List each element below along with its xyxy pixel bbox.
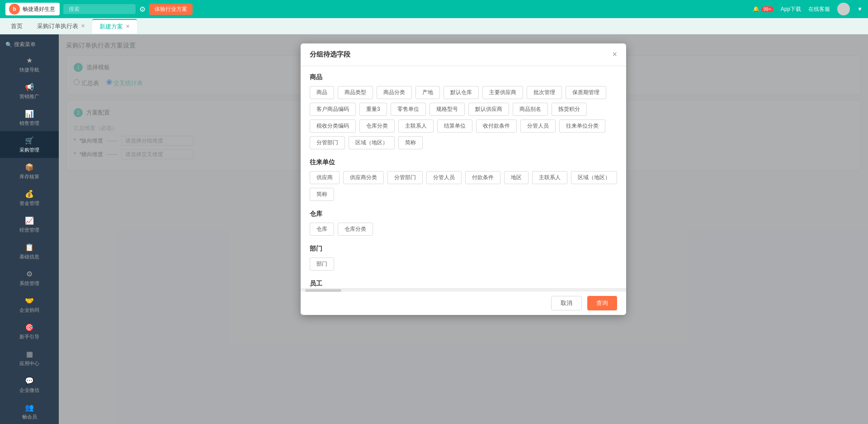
section-dept-title: 部门 [310,245,617,253]
field-tag-customer-code[interactable]: 客户商品编码 [310,103,356,116]
online-service-link[interactable]: 在线客服 [808,5,830,13]
section-product-title: 商品 [310,73,617,81]
sidebar-search[interactable]: 🔍 搜索菜单 [0,38,59,51]
top-navigation: b 畅捷通好生意 ⚙ 体验行业方案 🔔 99+ App下载 在线客服 ▼ [0,0,868,18]
field-tag-product-category[interactable]: 商品分类 [377,86,412,99]
corp-collab-icon: 🤝 [25,296,34,305]
field-tag-trade-unit-category[interactable]: 往来单位分类 [559,119,605,133]
field-tag-region-trade[interactable]: 区域（地区） [571,171,617,184]
modal-footer: 取消 查询 [301,291,626,315]
field-tag-supplier-category[interactable]: 供应商分类 [343,171,384,184]
field-tag-short-name[interactable]: 简称 [398,136,423,149]
trade-unit-field-tags: 供应商 供应商分类 分管部门 分管人员 付款条件 地区 主联系人 区域（地区） … [310,171,617,201]
top-nav-right: 🔔 99+ App下载 在线客服 ▼ [753,3,863,15]
field-tag-warehouse[interactable]: 仓库 [310,223,334,236]
field-tag-person[interactable]: 分管人员 [426,171,462,184]
field-tag-product-type[interactable]: 商品类型 [338,86,373,99]
field-tag-spec-model[interactable]: 规格型号 [429,103,465,116]
field-tag-default-warehouse[interactable]: 默认仓库 [443,86,479,99]
experience-button[interactable]: 体验行业方案 [149,4,193,15]
tab-purchase-order[interactable]: 采购订单执行表 ✕ [30,19,92,33]
field-tag-retail-unit[interactable]: 零售单位 [391,103,426,116]
modal-close-button[interactable]: × [612,50,617,59]
confirm-button[interactable]: 查询 [587,296,617,310]
app-download-link[interactable]: App下载 [781,5,801,13]
tab-close-purchase[interactable]: ✕ [81,23,85,29]
sidebar-item-wechat[interactable]: 💬 企业微信 [0,372,59,398]
field-tag-shelf-life[interactable]: 保质期管理 [566,86,606,99]
sidebar-item-inventory[interactable]: 📦 库存核算 [0,158,59,185]
tab-close-new-plan[interactable]: ✕ [126,24,130,29]
field-tag-settlement-unit[interactable]: 结算单位 [437,119,472,133]
search-icon: 🔍 [5,42,12,48]
field-tag-payment-condition[interactable]: 付款条件 [465,171,500,184]
sidebar-item-marketing[interactable]: 📢 营销推广 [0,78,59,105]
field-tag-default-supplier[interactable]: 默认供应商 [468,103,509,116]
main-content: 采购订单执行表方案设置 1 选择模板 汇总表 交叉统计表 2 [59,34,868,424]
modal-overlay: 分组待选字段 × 商品 商品 商品类型 商品分类 产地 默认仓库 主要供应商 [59,34,868,424]
sidebar-item-sales[interactable]: 📊 销售管理 [0,105,59,131]
field-tag-weight3[interactable]: 重量3 [359,103,387,116]
field-tag-payment-terms[interactable]: 收付款条件 [476,119,517,133]
field-tag-supervising-dept[interactable]: 分管部门 [310,136,345,149]
field-tag-supplier[interactable]: 供应商 [310,171,340,184]
logo-text: 畅捷通好生意 [23,5,55,13]
app-center-icon: ▦ [25,349,34,358]
modal-horizontal-scrollbar[interactable] [301,288,626,291]
marketing-icon: 📢 [25,82,34,91]
top-search-input[interactable] [63,4,136,14]
avatar[interactable] [837,3,850,15]
modal-title: 分组待选字段 [310,50,350,59]
sidebar-item-basic-info[interactable]: 📋 基础信息 [0,238,59,265]
field-tag-supervising-person[interactable]: 分管人员 [520,119,556,133]
field-tag-batch-mgmt[interactable]: 批次管理 [527,86,562,99]
sidebar-item-corp-collab[interactable]: 🤝 企业协同 [0,291,59,318]
sidebar-item-purchase[interactable]: 🛒 采购管理 [0,131,59,158]
field-tag-product[interactable]: 商品 [310,86,334,99]
field-tag-pick-points[interactable]: 拣货积分 [552,103,587,116]
dept-field-tags: 部门 [310,257,617,271]
field-tag-origin[interactable]: 产地 [415,86,440,99]
modal-scroll-thumb [305,289,341,292]
field-tag-product-alias[interactable]: 商品别名 [513,103,548,116]
tab-new-plan[interactable]: 新建方案 ✕ [92,19,137,33]
field-tag-dept[interactable]: 分管部门 [387,171,423,184]
sidebar-item-member[interactable]: 👥 畅会员 [0,398,59,424]
notification-badge: 99+ [761,6,774,12]
sidebar-item-operations[interactable]: 📈 经营管理 [0,211,59,238]
notification-bell[interactable]: 🔔 99+ [753,6,773,12]
field-select-modal: 分组待选字段 × 商品 商品 商品类型 商品分类 产地 默认仓库 主要供应商 [301,43,626,315]
warehouse-field-tags: 仓库 仓库分类 [310,223,617,236]
purchase-icon: 🛒 [25,136,34,145]
sidebar: 🔍 搜索菜单 ★ 快捷导航 📢 营销推广 📊 销售管理 🛒 采购管理 📦 库存核… [0,34,59,424]
field-tag-department[interactable]: 部门 [310,257,334,271]
field-tag-main-supplier[interactable]: 主要供应商 [482,86,523,99]
field-tag-abbr[interactable]: 简称 [310,188,334,201]
sidebar-item-finance[interactable]: 💰 资金管理 [0,185,59,211]
main-layout: 🔍 搜索菜单 ★ 快捷导航 📢 营销推广 📊 销售管理 🛒 采购管理 📦 库存核… [0,34,868,424]
wechat-icon: 💬 [25,376,34,385]
finance-icon: 💰 [25,189,34,198]
sidebar-item-system[interactable]: ⚙ 系统管理 [0,265,59,291]
field-tag-main-contact[interactable]: 主联系人 [398,119,434,133]
sidebar-item-guide[interactable]: 🎯 新手引导 [0,318,59,345]
gear-button[interactable]: ⚙ [139,5,146,14]
modal-header: 分组待选字段 × [301,43,626,66]
modal-body[interactable]: 商品 商品 商品类型 商品分类 产地 默认仓库 主要供应商 批次管理 保质期管理… [301,66,626,288]
sidebar-item-quick-nav[interactable]: ★ 快捷导航 [0,51,59,78]
field-tag-contact[interactable]: 主联系人 [532,171,567,184]
basic-info-icon: 📋 [25,243,34,252]
field-tag-district[interactable]: 地区 [504,171,528,184]
member-icon: 👥 [25,403,34,412]
field-tag-region[interactable]: 区域（地区） [349,136,395,149]
field-tag-warehouse-cat[interactable]: 仓库分类 [338,223,373,236]
field-tag-tax-code[interactable]: 税收分类编码 [310,119,356,133]
section-employee-title: 员工 [310,280,617,288]
field-tag-warehouse-category[interactable]: 仓库分类 [359,119,395,133]
tab-home[interactable]: 首页 [4,19,30,33]
section-warehouse: 仓库 仓库 仓库分类 [310,210,617,236]
top-nav-center: ⚙ 体验行业方案 [63,4,749,15]
sidebar-item-app-center[interactable]: ▦ 应用中心 [0,345,59,372]
cancel-button[interactable]: 取消 [551,296,582,310]
system-icon: ⚙ [25,269,34,278]
